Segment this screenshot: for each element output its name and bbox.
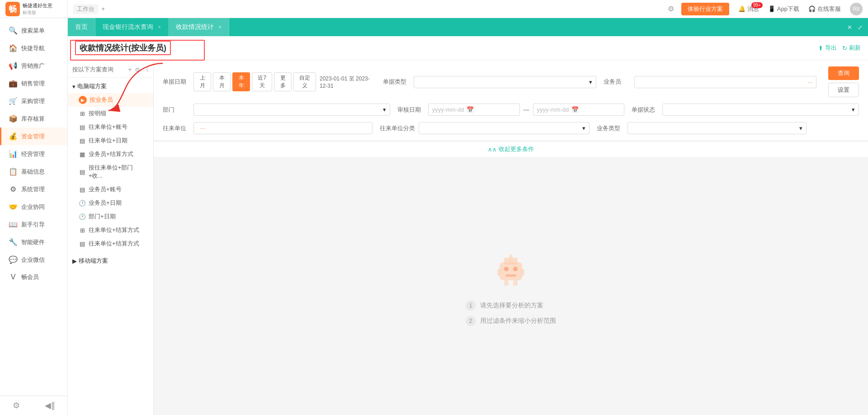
logo-area: 畅 畅捷通好生意 标准版 bbox=[0, 0, 67, 18]
svg-rect-4 bbox=[505, 274, 516, 277]
svg-rect-5 bbox=[497, 269, 501, 276]
scheme-item-partner-settlement-2[interactable]: ▤ 往来单位+结算方式 bbox=[68, 237, 153, 250]
active-scheme-icon: ▶ bbox=[79, 96, 87, 104]
salesperson-select[interactable]: ··· bbox=[634, 76, 816, 88]
voucher-status-select[interactable]: ▾ bbox=[662, 104, 859, 116]
messages-button[interactable]: 🔔 消息 99+ bbox=[738, 5, 759, 13]
tab-maximize-icon[interactable]: ⤢ bbox=[858, 24, 863, 31]
add-scheme-button[interactable]: + bbox=[128, 66, 132, 74]
date-btn-this-month[interactable]: 本月 bbox=[213, 72, 231, 91]
sidebar-item-purchase[interactable]: 🛒 采购管理 bbox=[0, 92, 67, 110]
online-service-link[interactable]: 🎧 在线客服 bbox=[808, 5, 841, 13]
filter-item-business-type: 业务类型 ▾ bbox=[597, 122, 807, 134]
settings-gear-icon[interactable]: ⚙ bbox=[668, 5, 674, 13]
collapse-more-conditions-button[interactable]: ∧∧ 收起更多条件 bbox=[154, 141, 868, 157]
date-btn-last-month[interactable]: 上月 bbox=[193, 72, 211, 91]
sidebar: 畅 畅捷通好生意 标准版 🔍 搜索菜单 🏠 快捷导航 📢 营销推广 💼 销售管理… bbox=[0, 0, 68, 415]
scheme-item-salesperson-settlement[interactable]: ▦ 业务员+结算方式 bbox=[68, 147, 153, 161]
settings-button[interactable]: 设置 bbox=[828, 83, 859, 97]
tab-receipt-stats[interactable]: 收款情况统计 × bbox=[169, 18, 229, 36]
review-date-end[interactable]: yyyy-mm-dd 📅 bbox=[533, 104, 625, 116]
chevron-down-icon[interactable]: ▾ bbox=[102, 5, 105, 12]
filter-item-voucher-status: 单据状态 ▾ bbox=[632, 104, 859, 116]
sidebar-item-guide[interactable]: 📖 新手引导 bbox=[0, 216, 67, 233]
sidebar-item-basics[interactable]: 📋 基础信息 bbox=[0, 163, 67, 180]
partner-category-select[interactable]: ▾ bbox=[419, 122, 590, 134]
business-type-select[interactable]: ▾ bbox=[627, 122, 807, 134]
partner-label: 往来单位 bbox=[163, 124, 190, 132]
sidebar-settings-btn[interactable]: ⚙ bbox=[13, 401, 20, 410]
management-icon: 📊 bbox=[9, 150, 18, 158]
voucher-type-chevron-icon: ▾ bbox=[589, 79, 592, 85]
trial-button[interactable]: 体验行业方案 bbox=[681, 3, 729, 15]
workspace-name[interactable]: 工作台 bbox=[73, 4, 98, 14]
member-icon: V bbox=[9, 273, 18, 281]
sidebar-item-sales[interactable]: 💼 销售管理 bbox=[0, 75, 67, 92]
date-btn-custom[interactable]: 自定义 bbox=[293, 72, 316, 91]
scheme-group-mobile-title[interactable]: ▶ 移动端方案 bbox=[68, 254, 153, 268]
export-button[interactable]: ⬆ 导出 bbox=[818, 44, 837, 52]
sidebar-item-wechat[interactable]: 💬 企业微信 bbox=[0, 251, 67, 269]
svg-rect-6 bbox=[521, 269, 524, 276]
date-btn-this-year[interactable]: 本年 bbox=[232, 72, 250, 91]
scheme-item-detail[interactable]: ⊞ 按明细 bbox=[68, 107, 153, 120]
tab-home[interactable]: 首页 bbox=[68, 18, 95, 36]
grid-icon-2: ⊞ bbox=[79, 226, 86, 234]
scheme-item-salesperson-date[interactable]: 🕐 业务员+日期 bbox=[68, 196, 153, 210]
scheme-settings-icon[interactable]: ⚙ bbox=[135, 66, 140, 73]
scheme-item-partner-date[interactable]: ▤ 往来单位+日期 bbox=[68, 134, 153, 147]
empty-step-2: 2 用过滤条件来缩小分析范围 bbox=[466, 316, 556, 326]
hardware-icon: 🔧 bbox=[9, 238, 18, 246]
home-icon: 🏠 bbox=[9, 44, 18, 52]
sidebar-item-system[interactable]: ⚙ 系统管理 bbox=[0, 180, 67, 198]
search-menu-icon: 🔍 bbox=[9, 26, 18, 35]
top-right-actions: 🔔 消息 99+ 📱 App下载 🎧 在线客服 Rit bbox=[738, 3, 863, 15]
sidebar-item-hardware[interactable]: 🔧 智能硬件 bbox=[0, 233, 67, 251]
tab-close-receipt-stats[interactable]: × bbox=[218, 24, 222, 30]
scheme-item-partner-dept[interactable]: ▤ 按往来单位+部门+收... bbox=[68, 161, 153, 183]
date-btn-7days[interactable]: 近7天 bbox=[252, 72, 272, 91]
voucher-type-label: 单据类型 bbox=[383, 78, 410, 86]
guide-icon: 📖 bbox=[9, 220, 18, 229]
query-button[interactable]: 查询 bbox=[828, 66, 859, 80]
review-date-start[interactable]: yyyy-mm-dd 📅 bbox=[428, 104, 520, 116]
sidebar-item-inventory[interactable]: 📦 库存核算 bbox=[0, 110, 67, 127]
scheme-item-by-salesperson[interactable]: ▶ 按业务员 bbox=[68, 93, 153, 107]
chevron-down-pc-icon: ▾ bbox=[72, 83, 75, 90]
date-btn-more[interactable]: 更多 bbox=[274, 72, 292, 91]
sidebar-item-enterprise[interactable]: 🤝 企业协同 bbox=[0, 198, 67, 216]
sidebar-item-quicknav[interactable]: 🏠 快捷导航 bbox=[0, 39, 67, 57]
partner-input[interactable]: ··· bbox=[193, 122, 373, 134]
tab-close-bank-flow[interactable]: × bbox=[158, 24, 161, 30]
top-bar-left: 工作台 ▾ bbox=[73, 4, 668, 14]
review-date-start-text: yyyy-mm-dd bbox=[432, 106, 464, 113]
review-date-end-text: yyyy-mm-dd bbox=[537, 106, 569, 113]
svg-rect-7 bbox=[504, 280, 509, 286]
app-download-link[interactable]: 📱 App下载 bbox=[768, 5, 799, 13]
clock-icon-1: 🕐 bbox=[79, 199, 86, 207]
department-select[interactable]: ▾ bbox=[193, 104, 390, 116]
panel-collapse-icon[interactable]: 《 bbox=[143, 66, 149, 74]
nav-menu: 🔍 搜索菜单 🏠 快捷导航 📢 营销推广 💼 销售管理 🛒 采购管理 📦 库存核… bbox=[0, 18, 67, 396]
sidebar-item-management[interactable]: 📊 经营管理 bbox=[0, 145, 67, 163]
user-avatar[interactable]: Rit bbox=[850, 3, 863, 15]
refresh-button[interactable]: ↻ 刷新 bbox=[842, 44, 861, 52]
sidebar-item-search[interactable]: 🔍 搜索菜单 bbox=[0, 22, 67, 39]
empty-state: 1 请先选择要分析的方案 2 用过滤条件来缩小分析范围 bbox=[154, 157, 868, 415]
table-icon-2: ▤ bbox=[79, 137, 86, 144]
sidebar-collapse-btn[interactable]: ◀‖ bbox=[45, 401, 55, 410]
scheme-group-pc-title[interactable]: ▾ 电脑端方案 bbox=[68, 80, 153, 93]
scheme-item-salesperson-account[interactable]: ▤ 业务员+账号 bbox=[68, 183, 153, 196]
scheme-item-partner-settlement-1[interactable]: ⊞ 往来单位+结算方式 bbox=[68, 223, 153, 237]
tab-close-all-icon[interactable]: ✕ bbox=[847, 24, 852, 31]
sidebar-item-funds[interactable]: 💰 资金管理 bbox=[0, 127, 67, 145]
wechat-icon: 💬 bbox=[9, 255, 18, 264]
voucher-status-label: 单据状态 bbox=[632, 106, 659, 114]
scheme-item-partner-account[interactable]: ▤ 往来单位+账号 bbox=[68, 120, 153, 134]
scheme-item-dept-date[interactable]: 🕐 部门+日期 bbox=[68, 210, 153, 223]
voucher-type-select[interactable]: ▾ bbox=[414, 76, 596, 88]
panel-header-actions: + ⚙ 《 bbox=[128, 66, 149, 74]
sidebar-item-member[interactable]: V 畅会员 bbox=[0, 269, 67, 286]
sidebar-item-marketing[interactable]: 📢 营销推广 bbox=[0, 57, 67, 75]
tab-bank-flow[interactable]: 现金银行流水查询 × bbox=[95, 18, 169, 36]
